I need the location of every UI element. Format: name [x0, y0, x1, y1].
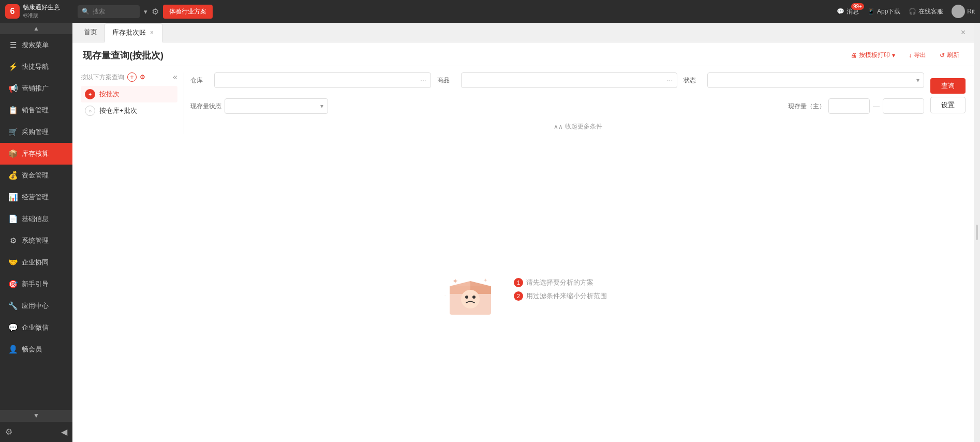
export-icon: ↓ — [909, 52, 912, 59]
sidebar: ▲ ☰ 搜索菜单 ⚡ 快捷导航 📢 营销推广 📋 销售管理 🛒 采购管理 — [0, 23, 72, 442]
right-panel-handle[interactable] — [974, 23, 980, 442]
sidebar-bottom: ⚙ ◀ — [0, 421, 72, 442]
trial-btn[interactable]: 体验行业方案 — [163, 5, 213, 19]
system-icon: ⚙ — [8, 236, 18, 245]
top-bar: 6 畅康通好生意 标准版 🔍 搜索 ▾ ⚙ 体验行业方案 💬 消息 99+ 📱 … — [0, 0, 980, 23]
empty-step-1: 1 请先选择要分析的方案 — [514, 278, 607, 287]
sidebar-scroll-down[interactable]: ▼ — [0, 410, 72, 421]
tab-bar-close-btn[interactable]: × — [957, 26, 970, 39]
sidebar-item-label: 采购管理 — [22, 127, 49, 137]
basic-info-icon: 📄 — [8, 214, 18, 224]
settings-icon[interactable]: ⚙ — [152, 7, 159, 17]
sidebar-scroll-up[interactable]: ▲ — [0, 23, 72, 34]
app-logo: 6 畅康通好生意 标准版 — [5, 4, 78, 19]
add-scheme-icon[interactable]: + — [127, 72, 137, 82]
online-service-item[interactable]: 🎧 在线客服 — [909, 7, 943, 16]
app-name: 畅康通好生意 — [23, 4, 60, 12]
main-layout: ▲ ☰ 搜索菜单 ⚡ 快捷导航 📢 营销推广 📋 销售管理 🛒 采购管理 — [0, 23, 980, 442]
dropdown-icon[interactable]: ▾ — [144, 8, 147, 16]
guide-icon: 🎯 — [8, 279, 18, 289]
tab-close-btn[interactable]: × — [149, 28, 155, 37]
product-label: 商品 — [437, 76, 458, 85]
print-icon: 🖨 — [851, 52, 857, 59]
svg-point-3 — [461, 290, 480, 308]
sidebar-item-label: 库存核算 — [22, 149, 49, 158]
stock-qty-max-input[interactable] — [883, 98, 924, 114]
collapse-more-btn[interactable]: ∧∧ 收起更多条件 — [190, 119, 966, 134]
svg-text:✦: ✦ — [452, 277, 458, 285]
filter-row-2: 现存量状态 ▾ 现存量（主） — [190, 98, 924, 114]
search-box[interactable]: 🔍 搜索 — [78, 5, 140, 18]
warehouse-dots: ··· — [420, 76, 426, 84]
filter-right-panel: 仓库 ··· 商品 — [190, 72, 966, 134]
online-service-label: 在线客服 — [918, 7, 943, 16]
sidebar-settings-icon[interactable]: ⚙ — [5, 427, 12, 437]
topbar-right: 💬 消息 99+ 📱 App下载 🎧 在线客服 Rit — [837, 5, 975, 18]
stock-status-label: 现存量状态 — [190, 102, 221, 111]
filter-left-panel: 按以下方案查询 + ⚙ « ✦ 按批次 ○ 按仓库+批次 — [81, 72, 184, 134]
sidebar-item-wechat[interactable]: 💬 企业微信 — [0, 317, 72, 338]
sidebar-item-guide[interactable]: 🎯 新手引导 — [0, 273, 72, 295]
scheme-collapse-icon[interactable]: « — [173, 72, 177, 82]
warehouse-input[interactable]: ··· — [214, 72, 431, 88]
refresh-btn[interactable]: ↺ 刷新 — [936, 49, 963, 62]
product-dots: ··· — [667, 76, 673, 84]
scheme-batch-label: 按批次 — [99, 90, 120, 99]
sidebar-item-finance[interactable]: 💰 资金管理 — [0, 165, 72, 186]
finance-icon: 💰 — [8, 171, 18, 180]
sidebar-item-purchase[interactable]: 🛒 采购管理 — [0, 121, 72, 143]
empty-state: ✦ ✦ · 1 请先选择要分析的方案 2 用过滤条件来缩小分析范围 — [72, 140, 974, 442]
filter-row-1: 仓库 ··· 商品 — [190, 72, 924, 88]
sidebar-item-label: 新手引导 — [22, 279, 49, 289]
sidebar-item-sales[interactable]: 📋 销售管理 — [0, 99, 72, 121]
messages-item[interactable]: 💬 消息 99+ — [837, 7, 859, 16]
sidebar-item-quick-nav[interactable]: ⚡ 快捷导航 — [0, 56, 72, 78]
sidebar-item-label: 企业微信 — [22, 323, 49, 332]
sidebar-item-operation[interactable]: 📊 经营管理 — [0, 186, 72, 208]
svg-text:·: · — [444, 293, 446, 298]
tab-home[interactable]: 首页 — [77, 23, 105, 42]
export-btn[interactable]: ↓ 导出 — [904, 49, 930, 62]
step2-text: 用过滤条件来缩小分析范围 — [526, 291, 607, 301]
sidebar-item-search-menu[interactable]: ☰ 搜索菜单 — [0, 34, 72, 56]
app-download-item[interactable]: 📱 App下载 — [867, 7, 900, 16]
avatar — [952, 5, 965, 18]
stock-qty-min-input[interactable] — [828, 98, 870, 114]
print-btn[interactable]: 🖨 按模板打印 ▾ — [847, 49, 899, 62]
filter-settings-btn[interactable]: 设置 — [930, 97, 966, 113]
query-btn[interactable]: 查询 — [930, 78, 966, 94]
content-area: 首页 库存批次账 × × 现存量查询(按批次) 🖨 按模板打印 ▾ — [72, 23, 974, 442]
tab-inventory-batch[interactable]: 库存批次账 × — [105, 23, 162, 42]
sidebar-item-label: 基础信息 — [22, 214, 49, 224]
sidebar-item-member[interactable]: 👤 畅会员 — [0, 338, 72, 360]
sidebar-item-basic-info[interactable]: 📄 基础信息 — [0, 208, 72, 230]
search-icon: 🔍 — [82, 8, 90, 15]
inventory-icon: 📦 — [8, 149, 18, 158]
messages-badge: 99+ — [851, 3, 864, 10]
scheme-item-batch[interactable]: ✦ 按批次 — [81, 86, 177, 102]
status-input[interactable]: ▾ — [707, 72, 924, 88]
sidebar-item-system[interactable]: ⚙ 系统管理 — [0, 230, 72, 252]
chevron-up-icon: ∧∧ — [554, 123, 563, 130]
step2-num: 2 — [514, 291, 523, 301]
user-item[interactable]: Rit — [952, 5, 975, 18]
scheme-settings-icon[interactable]: ⚙ — [140, 73, 145, 81]
status-field: 状态 ▾ — [684, 72, 924, 88]
sidebar-item-marketing[interactable]: 📢 营销推广 — [0, 78, 72, 99]
tab-active-label: 库存批次账 — [112, 28, 146, 37]
sales-icon: 📋 — [8, 106, 18, 115]
sidebar-collapse-icon[interactable]: ◀ — [61, 427, 67, 437]
stock-status-input[interactable]: ▾ — [225, 98, 328, 114]
sidebar-item-inventory[interactable]: 📦 库存核算 — [0, 143, 72, 165]
stock-qty-label: 现存量（主） — [788, 102, 825, 111]
topbar-middle: 🔍 搜索 ▾ ⚙ 体验行业方案 — [78, 5, 837, 19]
scheme-item-warehouse-batch[interactable]: ○ 按仓库+批次 — [81, 102, 177, 119]
empty-text-list: 1 请先选择要分析的方案 2 用过滤条件来缩小分析范围 — [514, 278, 607, 305]
product-input[interactable]: ··· — [461, 72, 678, 88]
sidebar-item-label: 资金管理 — [22, 171, 49, 180]
filter-area: 按以下方案查询 + ⚙ « ✦ 按批次 ○ 按仓库+批次 — [72, 66, 974, 140]
sidebar-item-enterprise[interactable]: 🤝 企业协同 — [0, 252, 72, 273]
phone-icon: 📱 — [867, 8, 875, 15]
sidebar-item-app-center[interactable]: 🔧 应用中心 — [0, 295, 72, 317]
filter-actions: 查询 设置 — [930, 72, 966, 119]
